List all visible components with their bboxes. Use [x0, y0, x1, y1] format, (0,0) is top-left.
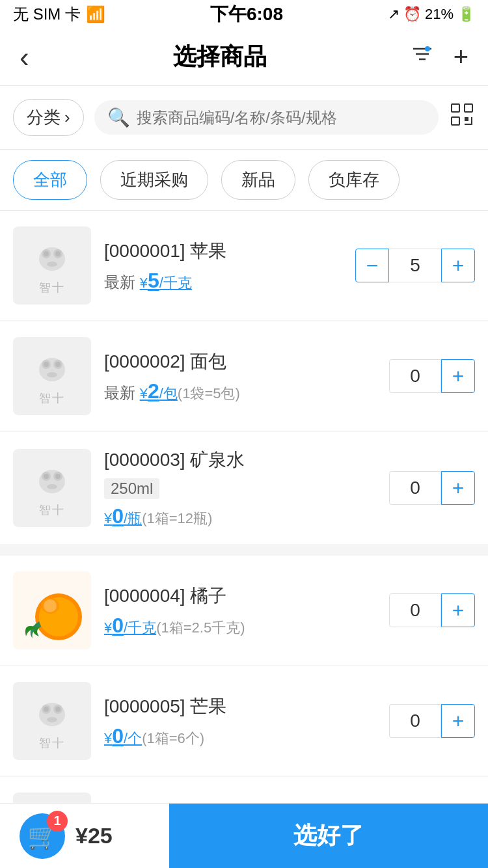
- status-bar: 无 SIM 卡 📶 下午6:08 ↗ ⏰ 21% 🔋: [0, 0, 488, 29]
- status-left: 无 SIM 卡 📶: [13, 4, 105, 25]
- svg-point-28: [47, 484, 57, 489]
- product-image: 智十: [13, 226, 91, 305]
- svg-rect-8: [465, 117, 468, 121]
- cart-badge: 1: [47, 811, 68, 832]
- quantity-input[interactable]: [389, 249, 441, 282]
- svg-point-26: [44, 474, 49, 479]
- product-info: [0000002] 面包 最新 ¥2/包(1袋=5包): [104, 349, 376, 403]
- quantity-plus[interactable]: +: [441, 249, 475, 282]
- quantity-control: +: [389, 593, 475, 627]
- filter-bar: 分类 › 🔍: [0, 86, 488, 150]
- category-label: 分类: [27, 106, 61, 129]
- quantity-control: +: [389, 359, 475, 393]
- product-info: [0000001] 苹果 最新 ¥5/千克: [104, 239, 342, 293]
- product-info: [0000004] 橘子 ¥0/千克(1箱=2.5千克): [104, 584, 376, 638]
- battery-level: 21%: [425, 6, 454, 23]
- product-name: [0000002] 面包: [104, 349, 376, 374]
- product-info: [0000003] 矿泉水 250ml ¥0/瓶(1箱=12瓶): [104, 448, 376, 528]
- product-image: 智十: [13, 449, 91, 527]
- cart-total: ¥25: [75, 823, 113, 848]
- quantity-control: +: [389, 704, 475, 738]
- product-price: ¥0/瓶(1箱=12瓶): [104, 504, 376, 528]
- product-price: ¥0/个(1箱=6个): [104, 724, 376, 748]
- product-spec: 250ml: [104, 478, 159, 499]
- list-item: 智十 [0000002] 面包 最新 ¥2/包(1袋=5包) +: [0, 321, 488, 431]
- nav-icons: +: [411, 42, 468, 72]
- svg-point-37: [55, 707, 61, 712]
- svg-point-32: [44, 599, 57, 612]
- bottom-bar: 🛒 1 ¥25 选好了: [0, 803, 488, 868]
- quantity-input[interactable]: [389, 593, 441, 627]
- back-button[interactable]: ‹: [20, 41, 29, 74]
- svg-point-16: [47, 262, 57, 267]
- quantity-input[interactable]: [389, 704, 441, 738]
- tab-negative[interactable]: 负库存: [308, 160, 400, 200]
- tab-all[interactable]: 全部: [13, 160, 87, 200]
- wifi-icon: 📶: [86, 5, 105, 23]
- product-list: 智十 [0000001] 苹果 最新 ¥5/千克 − +: [0, 211, 488, 868]
- section-divider: [0, 545, 488, 556]
- confirm-button[interactable]: 选好了: [169, 804, 488, 869]
- product-price: 最新 ¥2/包(1袋=5包): [104, 379, 376, 403]
- quantity-control: − +: [355, 249, 475, 282]
- location-icon: ↗: [388, 6, 400, 23]
- filter-icon[interactable]: [411, 42, 434, 72]
- battery-icon: 🔋: [457, 6, 475, 23]
- category-arrow: ›: [64, 107, 70, 128]
- svg-point-15: [55, 251, 61, 256]
- product-name: [0000001] 苹果: [104, 239, 342, 264]
- quantity-plus[interactable]: +: [441, 471, 475, 505]
- svg-point-21: [55, 362, 61, 367]
- product-image: 智十: [13, 682, 91, 760]
- svg-point-36: [44, 707, 49, 712]
- tab-bar: 全部 近期采购 新品 负库存: [0, 150, 488, 211]
- quantity-input[interactable]: [389, 471, 441, 505]
- scan-icon[interactable]: [449, 102, 475, 133]
- page-title: 选择商品: [173, 41, 267, 73]
- product-image: [13, 571, 91, 649]
- svg-point-4: [426, 47, 429, 51]
- svg-point-27: [55, 474, 61, 479]
- product-name: [0000004] 橘子: [104, 584, 376, 608]
- svg-point-22: [47, 372, 57, 377]
- product-name: [0000003] 矿泉水: [104, 448, 376, 472]
- list-item: 智十 [0000003] 矿泉水 250ml ¥0/瓶(1箱=12瓶) +: [0, 432, 488, 544]
- product-info: [0000005] 芒果 ¥0/个(1箱=6个): [104, 694, 376, 748]
- placeholder-icon: 智十: [31, 346, 73, 406]
- add-icon[interactable]: +: [454, 42, 468, 72]
- category-button[interactable]: 分类 ›: [13, 99, 84, 136]
- list-item: 智十 [0000005] 芒果 ¥0/个(1箱=6个) +: [0, 666, 488, 776]
- alarm-icon: ⏰: [403, 6, 421, 23]
- svg-rect-5: [452, 104, 459, 112]
- placeholder-icon: 智十: [31, 691, 73, 751]
- svg-rect-10: [471, 117, 472, 125]
- status-right: ↗ ⏰ 21% 🔋: [388, 6, 475, 23]
- tab-recent[interactable]: 近期采购: [100, 160, 208, 200]
- search-box: 🔍: [94, 100, 439, 135]
- placeholder-icon: 智十: [31, 236, 73, 295]
- cart-area: 🛒 1 ¥25: [0, 813, 169, 859]
- search-input[interactable]: [137, 109, 426, 127]
- quantity-plus[interactable]: +: [441, 704, 475, 738]
- quantity-plus[interactable]: +: [441, 593, 475, 627]
- cart-button[interactable]: 🛒 1: [20, 813, 65, 859]
- quantity-input[interactable]: [389, 359, 441, 393]
- nav-bar: ‹ 选择商品 +: [0, 29, 488, 86]
- search-icon: 🔍: [107, 107, 130, 128]
- svg-rect-6: [465, 104, 472, 112]
- svg-point-38: [47, 717, 57, 722]
- quantity-plus[interactable]: +: [441, 359, 475, 393]
- placeholder-icon: 智十: [31, 458, 73, 518]
- svg-point-14: [44, 251, 49, 256]
- product-image: 智十: [13, 337, 91, 415]
- product-price: 最新 ¥5/千克: [104, 269, 342, 293]
- status-time: 下午6:08: [210, 2, 283, 27]
- quantity-minus[interactable]: −: [355, 249, 389, 282]
- svg-point-20: [44, 362, 49, 367]
- tab-new[interactable]: 新品: [221, 160, 295, 200]
- list-item: 智十 [0000001] 苹果 最新 ¥5/千克 − +: [0, 211, 488, 320]
- list-item: [0000004] 橘子 ¥0/千克(1箱=2.5千克) +: [0, 556, 488, 665]
- product-price: ¥0/千克(1箱=2.5千克): [104, 614, 376, 638]
- quantity-control: +: [389, 471, 475, 505]
- product-name: [0000005] 芒果: [104, 694, 376, 719]
